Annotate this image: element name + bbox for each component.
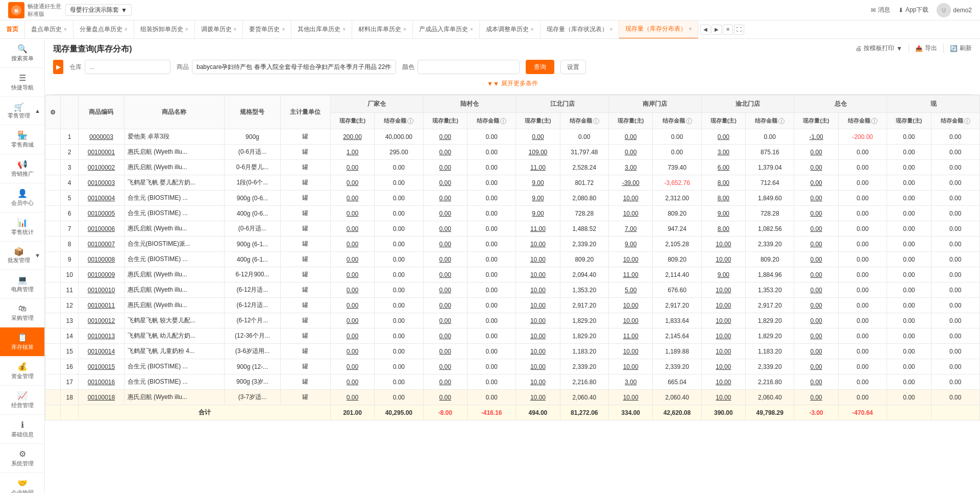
cell-code[interactable]: 00100007 — [79, 237, 124, 252]
cell-lu-qty[interactable]: 0.00 — [423, 129, 467, 145]
cell-total-qty[interactable]: 0.00 — [794, 267, 838, 283]
tab-finished-in[interactable]: 产成品入库单历史 × — [413, 20, 480, 39]
cell-yubei-qty[interactable]: 10.00 — [701, 390, 745, 405]
cell-lu-qty[interactable]: 0.00 — [423, 344, 467, 359]
nav-next[interactable]: ▶ — [712, 25, 722, 35]
cell-total-qty[interactable]: 0.00 — [794, 237, 838, 252]
cell-nanan-qty[interactable]: 3.00 — [608, 374, 652, 390]
close-tab-material-out[interactable]: × — [403, 27, 406, 32]
sidebar-item-basics[interactable]: ℹ 基础信息 — [0, 415, 44, 444]
nav-close-all[interactable]: ✕ — [723, 25, 733, 35]
close-tab-transfer[interactable]: × — [234, 27, 237, 32]
cell-total-qty[interactable]: 0.00 — [794, 313, 838, 328]
cell-nanan-qty[interactable]: 9.00 — [608, 237, 652, 252]
cell-yubei-qty[interactable]: 10.00 — [701, 344, 745, 359]
cell-jiangbei-qty[interactable]: 10.00 — [516, 237, 560, 252]
cell-nanan-qty[interactable]: 10.00 — [608, 390, 652, 405]
cell-yubei-qty[interactable]: 10.00 — [701, 283, 745, 298]
tab-inventory-check[interactable]: 盘点单历史 × — [25, 20, 74, 39]
cell-code[interactable]: 00100009 — [79, 267, 124, 283]
cell-code[interactable]: 00100006 — [79, 221, 124, 237]
cell-code[interactable]: 00100015 — [79, 359, 124, 374]
cell-factory-qty[interactable]: 0.00 — [330, 160, 374, 175]
cell-code[interactable]: 00100005 — [79, 206, 124, 221]
cell-total-qty[interactable]: 0.00 — [794, 191, 838, 206]
cell-total-qty[interactable]: 0.00 — [794, 374, 838, 390]
sidebar-item-inventory[interactable]: 📋 库存核算 — [0, 327, 44, 357]
export-btn[interactable]: 📤 导出 — [915, 44, 937, 53]
cell-jiangbei-qty[interactable]: 11.00 — [516, 221, 560, 237]
cell-yubei-qty[interactable]: 6.00 — [701, 160, 745, 175]
cell-total-qty[interactable]: 0.00 — [794, 160, 838, 175]
close-tab-cost-adjust[interactable]: × — [531, 27, 534, 32]
cell-jiangbei-qty[interactable]: 10.00 — [516, 390, 560, 405]
tab-stock-status[interactable]: 现存量（库存状况表） × — [541, 20, 620, 39]
sidebar-item-ecommerce[interactable]: 💻 电商管理 — [0, 270, 44, 299]
tab-transfer[interactable]: 调拨单历史 × — [195, 20, 243, 39]
cell-yubei-qty[interactable]: 10.00 — [701, 252, 745, 267]
cell-code[interactable]: 00100013 — [79, 328, 124, 344]
cell-factory-qty[interactable]: 0.00 — [330, 390, 374, 405]
sidebar-item-retail-stats[interactable]: 📊 零售统计 — [0, 213, 44, 242]
sidebar-item-nav[interactable]: ☰ 快捷导航 — [0, 68, 44, 97]
tab-material-out[interactable]: 材料出库单历史 × — [352, 20, 413, 39]
sidebar-item-finance[interactable]: 💰 资金管理 — [0, 357, 44, 386]
sidebar-item-operations[interactable]: 📈 经营管理 — [0, 386, 44, 415]
cell-lu-qty[interactable]: 0.00 — [423, 313, 467, 328]
close-tab-finished-in[interactable]: × — [470, 27, 473, 32]
sidebar-item-collab[interactable]: 🤝 企业协同 — [0, 473, 44, 493]
tab-other-out[interactable]: 其他出库单历史 × — [291, 20, 352, 39]
cell-nanan-qty[interactable]: 10.00 — [608, 252, 652, 267]
cell-total-qty[interactable]: -1.00 — [794, 129, 838, 145]
sidebar-item-purchase[interactable]: 🛍 采购管理 — [0, 299, 44, 327]
cell-yubei-qty[interactable]: 0.00 — [701, 129, 745, 145]
cell-yubei-qty[interactable]: 10.00 — [701, 359, 745, 374]
tab-requisition[interactable]: 要货单历史 × — [243, 20, 291, 39]
nav-prev[interactable]: ◀ — [700, 25, 710, 35]
cell-nanan-qty[interactable]: 11.00 — [608, 328, 652, 344]
cell-total-qty[interactable]: 0.00 — [794, 175, 838, 191]
cell-jiangbei-qty[interactable]: 10.00 — [516, 313, 560, 328]
cell-jiangbei-qty[interactable]: 10.00 — [516, 344, 560, 359]
collapse-btn[interactable]: ▶ — [53, 60, 63, 74]
cell-lu-qty[interactable]: 0.00 — [423, 160, 467, 175]
cell-total-qty[interactable]: 0.00 — [794, 298, 838, 313]
cell-total-qty[interactable]: 0.00 — [794, 390, 838, 405]
cell-yubei-qty[interactable]: 10.00 — [701, 374, 745, 390]
cell-factory-qty[interactable]: 0.00 — [330, 359, 374, 374]
cell-total-qty[interactable]: 0.00 — [794, 145, 838, 160]
cell-yubei-qty[interactable]: 9.00 — [701, 206, 745, 221]
query-btn[interactable]: 查询 — [526, 60, 554, 74]
cell-nanan-qty[interactable]: 3.00 — [608, 160, 652, 175]
cell-factory-qty[interactable]: 0.00 — [330, 221, 374, 237]
sidebar-item-wholesale[interactable]: 📦 批发管理 ▼ — [0, 242, 44, 270]
cell-factory-qty[interactable]: 0.00 — [330, 175, 374, 191]
cell-factory-qty[interactable]: 0.00 — [330, 267, 374, 283]
settings-btn[interactable]: 设置 — [560, 60, 586, 74]
cell-factory-qty[interactable]: 0.00 — [330, 283, 374, 298]
cell-code[interactable]: 00100011 — [79, 298, 124, 313]
cell-lu-qty[interactable]: 0.00 — [423, 267, 467, 283]
cell-jiangbei-qty[interactable]: 10.00 — [516, 328, 560, 344]
cell-yubei-qty[interactable]: 10.00 — [701, 313, 745, 328]
cell-jiangbei-qty[interactable]: 9.00 — [516, 191, 560, 206]
cell-code[interactable]: 0000003 — [79, 129, 124, 145]
cell-lu-qty[interactable]: 0.00 — [423, 206, 467, 221]
cell-yubei-qty[interactable]: 10.00 — [701, 298, 745, 313]
cell-jiangbei-qty[interactable]: 11.00 — [516, 160, 560, 175]
tab-home[interactable]: 首页 — [0, 20, 25, 39]
app-download-btn[interactable]: ⬇ App下载 — [898, 6, 928, 14]
cell-nanan-qty[interactable]: 10.00 — [608, 298, 652, 313]
cell-code[interactable]: 00100016 — [79, 374, 124, 390]
tab-stock-dist[interactable]: 现存量（库存分布表） × — [619, 20, 698, 39]
cell-total-qty[interactable]: 0.00 — [794, 283, 838, 298]
close-tab-score-check[interactable]: × — [125, 27, 128, 32]
message-btn[interactable]: ✉ 消息 — [871, 6, 890, 14]
close-tab-assembly[interactable]: × — [185, 27, 188, 32]
cell-factory-qty[interactable]: 0.00 — [330, 237, 374, 252]
cell-jiangbei-qty[interactable]: 10.00 — [516, 252, 560, 267]
cell-nanan-qty[interactable]: 10.00 — [608, 313, 652, 328]
refresh-btn[interactable]: 🔄 刷新 — [950, 44, 972, 53]
industry-select[interactable]: 母婴行业演示陈套 ▼ — [65, 4, 132, 16]
cell-jiangbei-qty[interactable]: 10.00 — [516, 298, 560, 313]
